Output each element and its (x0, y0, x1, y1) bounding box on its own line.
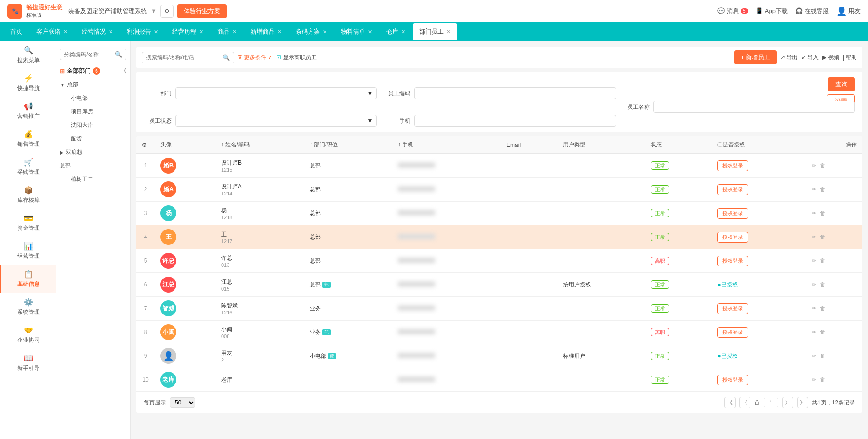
auth-login-button[interactable]: 授权登录 (717, 160, 748, 171)
tree-search-box[interactable]: 🔍 (60, 49, 126, 60)
tab-goods[interactable]: 商品✕ (211, 23, 243, 40)
export-button[interactable]: ↗ 导出 (780, 54, 798, 62)
sidebar-item-guide[interactable]: 📖 新手引导 (0, 349, 56, 377)
per-page-select[interactable]: 50 100 200 (170, 397, 195, 408)
sidebar-item-search[interactable]: 🔍 搜索菜单 (0, 41, 56, 69)
tab-profit[interactable]: 利润报告✕ (120, 23, 165, 40)
phone-input[interactable] (414, 115, 616, 127)
auth-login-button[interactable]: 授权登录 (717, 327, 748, 338)
col-settings[interactable]: ⚙ (136, 136, 155, 154)
help-button[interactable]: | 帮助 (843, 54, 857, 62)
close-icon[interactable]: ✕ (154, 29, 158, 35)
app-download-button[interactable]: 📱 App下载 (756, 7, 788, 15)
edit-icon[interactable]: ✏ (812, 281, 816, 288)
edit-icon[interactable]: ✏ (812, 305, 816, 312)
auth-login-button[interactable]: 授权登录 (717, 303, 748, 314)
tab-warehouse[interactable]: 仓库✕ (380, 23, 412, 40)
first-page-button[interactable]: 《 (724, 397, 736, 408)
auth-login-button[interactable]: 授权登录 (717, 208, 748, 219)
tree-item-head[interactable]: ▼ 总部 (56, 78, 130, 91)
delete-icon[interactable]: 🗑 (820, 376, 826, 383)
import-button[interactable]: ↙ 导入 (801, 54, 819, 62)
query-button[interactable]: 查询 (828, 77, 855, 91)
prev-page-button[interactable]: 〈 (739, 397, 750, 408)
emp-name-input[interactable] (653, 101, 855, 113)
tab-operations[interactable]: 经营情况✕ (75, 23, 119, 40)
delete-icon[interactable]: 🗑 (820, 305, 826, 312)
sidebar-item-sales[interactable]: 💰 销售管理 (0, 125, 56, 153)
tree-item-shuanglu[interactable]: ▶ 双鹿想 (56, 146, 130, 159)
sidebar-item-basic-info[interactable]: 📋 基础信息 (0, 265, 56, 293)
tree-search-input[interactable] (64, 51, 115, 58)
add-employee-button[interactable]: + 新增员工 (734, 50, 777, 64)
close-icon[interactable]: ✕ (446, 29, 451, 35)
tab-employees[interactable]: 部门员工✕ (413, 23, 457, 40)
page-input[interactable] (764, 398, 778, 407)
close-icon[interactable]: ✕ (278, 29, 282, 35)
delete-icon[interactable]: 🗑 (820, 162, 826, 169)
close-icon[interactable]: ✕ (368, 29, 372, 35)
edit-icon[interactable]: ✏ (812, 162, 816, 169)
auth-login-button[interactable]: 授权登录 (717, 184, 748, 195)
close-icon[interactable]: ✕ (63, 29, 68, 35)
gear-button[interactable]: ⚙ (160, 5, 174, 18)
edit-icon[interactable]: ✏ (812, 210, 816, 216)
view-button[interactable]: ▶ 视频 (822, 54, 839, 62)
tab-history[interactable]: 经营历程✕ (166, 23, 210, 40)
close-icon[interactable]: ✕ (109, 29, 113, 35)
delete-icon[interactable]: 🗑 (820, 210, 826, 216)
col-name[interactable]: ↕ 姓名/编码 (215, 136, 304, 154)
more-filter-button[interactable]: ⊽ 更多条件 ∧ (238, 54, 272, 62)
delete-icon[interactable]: 🗑 (820, 281, 826, 288)
search-input[interactable] (146, 54, 221, 61)
last-page-button[interactable]: 》 (797, 397, 808, 408)
close-icon[interactable]: ✕ (401, 29, 405, 35)
delete-icon[interactable]: 🗑 (820, 329, 826, 335)
online-service-button[interactable]: 🎧 在线客服 (795, 7, 829, 15)
delete-icon[interactable]: 🗑 (820, 353, 826, 359)
tab-add-goods[interactable]: 新增商品✕ (244, 23, 288, 40)
dropdown-arrow-icon[interactable]: ▼ (151, 7, 157, 14)
trial-button[interactable]: 体验行业方案 (177, 4, 227, 18)
user-area[interactable]: 👤 用友 (836, 6, 861, 16)
tab-home[interactable]: 首页 (4, 23, 29, 40)
delete-icon[interactable]: 🗑 (820, 186, 826, 193)
auth-login-button[interactable]: 授权登录 (717, 375, 748, 385)
sidebar-item-quicknav[interactable]: ⚡ 快捷导航 (0, 69, 56, 97)
edit-icon[interactable]: ✏ (812, 353, 816, 359)
close-icon[interactable]: ✕ (232, 29, 236, 35)
message-button[interactable]: 💬 消息 5 (717, 7, 748, 15)
search-input-box[interactable]: 🔍 (142, 52, 234, 63)
dept-select[interactable]: ▼ (175, 87, 377, 99)
auth-login-button[interactable]: 授权登录 (717, 256, 748, 266)
edit-icon[interactable]: ✏ (812, 258, 816, 264)
show-resign-checkbox[interactable]: ☑ 显示离职员工 (276, 54, 317, 62)
sidebar-item-collab[interactable]: 🤝 企业协同 (0, 321, 56, 349)
tree-item-shenyang[interactable]: 沈阳大库 (56, 118, 130, 132)
col-phone[interactable]: ↕ 手机 (392, 136, 501, 154)
auth-login-button[interactable]: 授权登录 (717, 232, 748, 243)
emp-status-select[interactable]: ▼ (175, 115, 377, 127)
tab-customer[interactable]: 客户联络✕ (30, 23, 74, 40)
delete-icon[interactable]: 🗑 (820, 258, 826, 264)
emp-code-input[interactable] (414, 87, 616, 99)
edit-icon[interactable]: ✏ (812, 329, 816, 335)
tab-bom[interactable]: 物料清单✕ (334, 23, 379, 40)
sidebar-item-finance[interactable]: 💳 资金管理 (0, 209, 56, 237)
sidebar-item-operations[interactable]: 📊 经营管理 (0, 237, 56, 265)
edit-icon[interactable]: ✏ (812, 234, 816, 240)
tree-item-delivery[interactable]: 配货 (56, 132, 130, 146)
tree-item-zongbu[interactable]: 总部 (56, 159, 130, 173)
next-page-button[interactable]: 〉 (782, 397, 793, 408)
tree-item-planting[interactable]: 植树王二 (56, 173, 130, 186)
col-dept[interactable]: ↕ 部门/职位 (304, 136, 393, 154)
sidebar-item-purchase[interactable]: 🛒 采购管理 (0, 153, 56, 181)
tree-collapse-btn[interactable]: 《 (120, 67, 126, 75)
tab-barcode[interactable]: 条码方案✕ (289, 23, 333, 40)
sidebar-item-inventory[interactable]: 📦 库存核算 (0, 181, 56, 209)
tree-item-project[interactable]: 项目库房 (56, 105, 130, 118)
close-icon[interactable]: ✕ (323, 29, 327, 35)
edit-icon[interactable]: ✏ (812, 376, 816, 383)
delete-icon[interactable]: 🗑 (820, 234, 826, 240)
close-icon[interactable]: ✕ (199, 29, 203, 35)
